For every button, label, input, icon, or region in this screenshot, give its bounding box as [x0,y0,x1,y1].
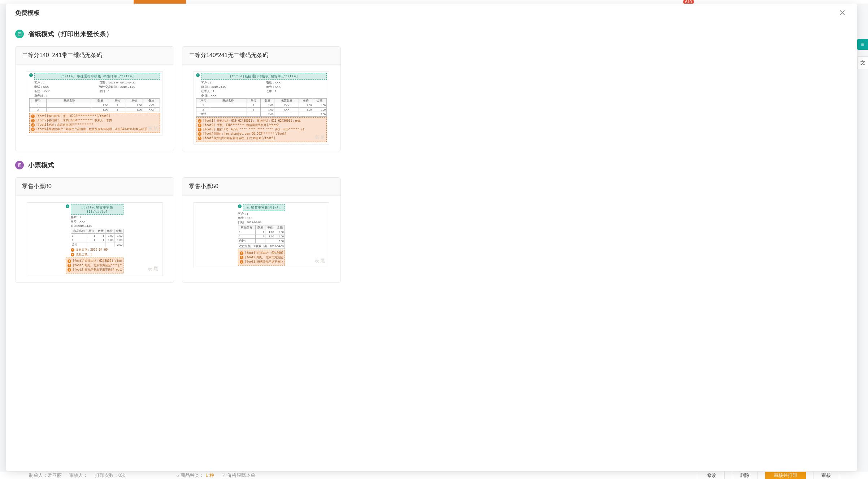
section-receipt-mode: 小票模式 零售小票80 1 [title]销货单零售80[/title] [15,161,848,283]
section-header: 省纸模式（打印出来竖长条） [15,30,848,38]
template-preview: 1 e]销货单零售50[/ti 客户：1 单号：XXX 日期：2019-04-0… [194,202,329,268]
footer-text: 制单人：常亚丽 [29,472,62,479]
section-icon [15,161,24,169]
card-body: 1 [title]销货单零售80[/title] 客户：1 单号：XXX 日期 … [16,196,174,282]
preview-titlebar: [title]销货单零售80[/title] [71,204,123,215]
modal-header: 免费模板 [6,4,857,22]
background-orange-tab [134,0,186,4]
card-body: 1 e]销货单零售50[/ti 客户：1 单号：XXX 日期：2019-04-0… [182,196,340,275]
preview-marker: 1 [196,73,200,77]
preview-titlebar: [title] 畅捷通打印模板 销售订单[/title] [34,73,160,80]
footer-edit-button[interactable]: 修改 [699,472,725,479]
footer-checkbox[interactable]: ☑ 价格跟踪本单 [221,472,255,479]
preview-watermark: 表尾 [148,266,159,272]
card-title: 零售小票50 [182,178,340,196]
template-preview: 1 [title]畅捷通打印模板 销货单[/title] 客户：1 电话：XXX… [194,71,329,144]
preview-table: 商品名称 单位 数量 单价 金额 1111.001.00 1111.001.00… [71,229,123,247]
preview-watermark: 表尾 [314,258,326,264]
template-card[interactable]: 零售小票50 1 e]销货单零售50[/ti 客户：1 单号：XXX [182,177,341,283]
close-icon [839,10,845,16]
background-footer: 制单人：常亚丽 审核人： 打印次数：0次 ○ 商品种类：1 种 ☑ 价格跟踪本单… [0,472,868,479]
template-card[interactable]: 零售小票80 1 [title]销货单零售80[/title] 客户：1 单 [15,177,174,283]
section-header: 小票模式 [15,161,848,169]
modal-body[interactable]: 省纸模式（打印出来竖长条） 二等分140_241带二维码无条码 1 [title… [6,22,857,471]
modal-title: 免费模板 [15,9,40,17]
footer-audit-print-button[interactable]: 审核并打印 [765,472,806,479]
cards-row: 零售小票80 1 [title]销货单零售80[/title] 客户：1 单 [15,177,848,283]
cards-row: 二等分140_241带二维码无条码 1 [title] 畅捷通打印模板 销售订单… [15,46,848,151]
preview-table: 序号 商品名称 单位 数量 包装数量 单价 金额 111.00XXX1.001.… [196,98,327,117]
preview-titlebar: e]销货单零售50[/ti [243,204,285,211]
template-preview: 1 [title] 畅捷通打印模板 销售订单[/title] 客户：1 日期： … [27,71,162,135]
footer-text: 打印次数：0次 [95,472,126,479]
footer-delete-button[interactable]: 删除 [732,472,758,479]
footer-audit-button[interactable]: 审核 [813,472,839,479]
section-icon [15,30,24,38]
side-menu-button[interactable]: ≡ [857,39,868,50]
preview-marker: 1 [66,204,69,208]
receipt-icon [17,163,22,168]
footer-text: 审核人： [69,472,88,479]
card-title: 零售小票80 [16,178,174,196]
document-icon [17,32,22,36]
free-templates-modal: 免费模板 省纸模式（打印出来竖长条） 二等分140_241带二维码无条码 [6,4,857,471]
preview-meta: 客户：1 电话：XXX 日 期： 2019-04-09 单号：XXX 经手人：1… [201,81,327,98]
card-body: 1 [title]畅捷通打印模板 销货单[/title] 客户：1 电话：XXX… [182,65,340,151]
preview-meta: 客户：1 日期： 2019-04-09 15:04:22 电话：XXX 预计交货… [34,81,160,98]
card-body: 1 [title] 畅捷通打印模板 销售订单[/title] 客户：1 日期： … [16,65,174,142]
side-text-button[interactable]: 文 [857,56,868,69]
preview-table: 商品名称 数量 单价 金额 111.001.00 111.001.00 合计:2… [238,225,285,243]
footer-radio[interactable]: ○ 商品种类：1 种 [176,472,214,479]
template-preview: 1 [title]销货单零售80[/title] 客户：1 单号：XXX 日期 … [27,202,162,276]
close-button[interactable] [837,7,848,18]
section-title: 省纸模式（打印出来竖长条） [28,30,113,38]
template-card[interactable]: 二等分140*241无二维码无条码 1 [title]畅捷通打印模板 销货单[/… [182,46,341,151]
background-top-strip [0,0,868,4]
template-card[interactable]: 二等分140_241带二维码无条码 1 [title] 畅捷通打印模板 销售订单… [15,46,174,151]
card-title: 二等分140_241带二维码无条码 [16,47,174,65]
section-title: 小票模式 [28,161,54,169]
section-paper-saving: 省纸模式（打印出来竖长条） 二等分140_241带二维码无条码 1 [title… [15,30,848,151]
preview-table: 序号 商品名称 数量 单位 单价 备注 11.0011.00XXX 21.001… [29,98,160,112]
preview-marker: 1 [29,73,33,77]
preview-marker: 1 [238,204,242,208]
preview-titlebar: [title]畅捷通打印模板 销货单[/title] [201,73,327,80]
card-title: 二等分140*241无二维码无条码 [182,47,340,65]
